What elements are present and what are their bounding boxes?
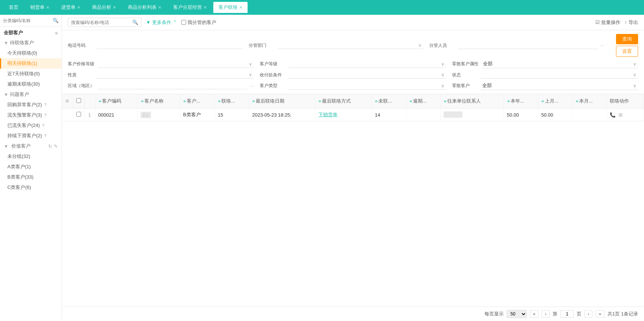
status-filter-field: 状态 ∨ xyxy=(452,71,638,79)
nav-product-analysis[interactable]: 商品分析 ✕ xyxy=(87,2,121,13)
checkbox-batch-icon: ☑ xyxy=(595,20,600,25)
page-number-input[interactable] xyxy=(560,310,574,318)
col-customer-name[interactable]: ≑客户名称 xyxy=(137,94,180,108)
all-customers-header[interactable]: 全部客户 « xyxy=(0,27,62,38)
dept-select[interactable]: ∨ xyxy=(277,42,424,49)
sidebar-item-overdue-contact[interactable]: 逾期未联络(30) xyxy=(0,79,62,89)
nav-customer-contact[interactable]: 客户联络 ✕ xyxy=(213,2,248,13)
sidebar-item-churned[interactable]: 已流失客户(24) ? xyxy=(0,120,62,131)
nav-purchase-order[interactable]: 进货单 ✕ xyxy=(56,2,85,13)
col-company-contact[interactable]: ≑往来单位联系人 xyxy=(440,94,504,108)
gender-select[interactable]: ∨ xyxy=(97,71,254,79)
group-problem-customers[interactable]: ▼ 问题客户 xyxy=(0,89,62,100)
row-contact-count-cell: 15 xyxy=(215,108,249,121)
customer-type-select[interactable]: ∨ xyxy=(288,82,446,90)
retail-customer-select[interactable]: 全部 ∨ xyxy=(481,82,638,90)
nav-sales-order[interactable]: 销货单 ✕ xyxy=(25,2,55,13)
row-checkbox[interactable] xyxy=(76,112,81,117)
row-checkbox-cell[interactable] xyxy=(73,108,84,121)
my-customers-checkbox[interactable]: 我分管的客户 xyxy=(181,19,216,26)
close-customer-tier-icon[interactable]: ✕ xyxy=(203,5,207,10)
table-footer: 每页显示 50 100 200 « ‹ 第 页 › » 共1页 1条记录 xyxy=(62,307,644,321)
col-not-contacted[interactable]: ≑未联... xyxy=(372,94,406,108)
action-more-icon[interactable]: ⊞ xyxy=(619,112,623,118)
arrow-pending-icon: ▼ xyxy=(4,40,8,46)
price-grade-select[interactable]: ∨ xyxy=(97,61,254,68)
batch-operation-button[interactable]: ☑ 批量操作 xyxy=(595,19,620,26)
col-this-year[interactable]: ≑本年... xyxy=(504,94,538,108)
sidebar-item-today-contact[interactable]: 今天待联络(0) xyxy=(0,48,62,58)
col-last-contact-method[interactable]: ≑最后联络方式 xyxy=(315,94,372,108)
prev-page-button[interactable]: ‹ xyxy=(542,310,550,318)
payment-select[interactable]: ∨ xyxy=(288,71,446,79)
retail-attr-select[interactable]: 全部 ∨ xyxy=(482,60,638,68)
group-value-customers[interactable]: ▼ 价值客户 ↻ ✎ xyxy=(0,141,62,151)
close-sales-order-icon[interactable]: ✕ xyxy=(46,5,49,10)
sidebar-item-tomorrow-contact[interactable]: 明天待联络(1) xyxy=(0,58,62,69)
search-input[interactable] xyxy=(71,20,131,25)
col-checkbox[interactable] xyxy=(73,94,84,108)
sidebar-item-week-contact[interactable]: 近7天待联络(0) xyxy=(0,69,62,79)
filter-icon: ▼ xyxy=(146,20,151,25)
col-customer-type[interactable]: ≑客户... xyxy=(180,94,215,108)
dept-label: 分管部门 xyxy=(249,42,274,49)
more-filter-button[interactable]: ▼ 更多条件 ⌃ xyxy=(146,19,177,26)
sidebar-search-icon[interactable]: 🔍 xyxy=(53,18,59,23)
close-product-analysis-icon[interactable]: ✕ xyxy=(113,5,116,10)
close-purchase-order-icon[interactable]: ✕ xyxy=(77,5,80,10)
settings-button[interactable]: 设置 xyxy=(616,46,638,57)
query-button[interactable]: 查询 xyxy=(616,34,638,44)
col-contact-count[interactable]: ≑联络... xyxy=(215,94,249,108)
per-page-select[interactable]: 50 100 200 xyxy=(507,310,527,318)
col-this-month[interactable]: ≑本月... xyxy=(573,94,607,108)
manager-input[interactable] xyxy=(458,42,598,49)
nav-home[interactable]: 首页 xyxy=(4,2,24,13)
row-type-cell: B类客户 xyxy=(180,108,215,121)
top-navigation: 首页 销货单 ✕ 进货单 ✕ 商品分析 ✕ 商品分析列表 ✕ 客户分层经营 ✕ … xyxy=(0,0,644,15)
region-filter-field: 区域（地区） ··· xyxy=(68,82,254,89)
first-page-button[interactable]: « xyxy=(530,310,539,318)
col-customer-code[interactable]: ≑客户编码 xyxy=(95,94,137,108)
sidebar-search-input[interactable] xyxy=(3,18,51,23)
next-page-button[interactable]: › xyxy=(584,310,592,318)
nav-customer-tier[interactable]: 客户分层经营 ✕ xyxy=(168,2,212,13)
sidebar-item-tier-b[interactable]: B类客户(33) xyxy=(0,172,62,182)
my-customers-check[interactable] xyxy=(181,20,186,25)
sort-name-icon: ≑ xyxy=(141,99,144,103)
sidebar-item-repurchase-abnormal[interactable]: 回购异常客户(2) ? xyxy=(0,100,62,110)
edit-value-icon[interactable]: ✎ xyxy=(54,144,58,149)
group-pending-contact[interactable]: ▼ 待联络客户 xyxy=(0,38,62,48)
customer-grade-select[interactable]: ∨ xyxy=(288,61,446,68)
refresh-value-icon[interactable]: ↻ xyxy=(48,144,52,149)
sidebar-item-tier-a[interactable]: A类客户(1) xyxy=(0,162,62,172)
sidebar-item-tier-c[interactable]: C类客户(6) xyxy=(0,182,62,193)
close-customer-contact-icon[interactable]: ✕ xyxy=(239,5,242,10)
close-product-analysis-list-icon[interactable]: ✕ xyxy=(158,5,161,10)
region-more-icon[interactable]: ··· xyxy=(250,83,254,89)
col-settings[interactable]: ⚙ xyxy=(62,94,73,108)
status-select[interactable]: ∨ xyxy=(481,71,638,79)
last-page-button[interactable]: » xyxy=(595,310,605,318)
search-bar-right: ☑ 批量操作 ↑ 导出 xyxy=(595,19,638,26)
last-method-link[interactable]: 下销货单 xyxy=(318,112,337,117)
search-magnifier-icon[interactable]: 🔍 xyxy=(132,20,138,25)
action-call-icon[interactable]: 📞 xyxy=(610,112,616,118)
sort-contact-icon: ≑ xyxy=(218,99,221,103)
col-last-month[interactable]: ≑上月... xyxy=(538,94,572,108)
collapse-sidebar-icon[interactable]: « xyxy=(55,30,58,36)
sidebar: 🔍 全部客户 « ▼ 待联络客户 今天待联络(0) 明天待联络(1) 近7天待联… xyxy=(0,15,62,321)
nav-product-analysis-list[interactable]: 商品分析列表 ✕ xyxy=(123,2,167,13)
phone-input[interactable] xyxy=(97,42,243,49)
region-input[interactable] xyxy=(97,82,247,89)
sidebar-item-churn-warning[interactable]: 流失预警客户(3) ? xyxy=(0,110,62,120)
sidebar-item-declining[interactable]: 持续下滑客户(2) ? xyxy=(0,131,62,141)
export-button[interactable]: ↑ 导出 xyxy=(625,19,638,26)
price-grade-filter-field: 客户价格等级 ∨ xyxy=(68,61,254,68)
select-all-checkbox[interactable] xyxy=(76,98,81,103)
gender-caret-icon: ∨ xyxy=(249,72,252,77)
col-overdue[interactable]: ≑逾期... xyxy=(406,94,440,108)
col-last-contact-date[interactable]: ≑最后联络日期 xyxy=(249,94,315,108)
manager-filter-field: 分管人员 ··· xyxy=(429,42,604,49)
manager-more-icon[interactable]: ··· xyxy=(601,43,604,48)
sidebar-item-ungrouped[interactable]: 未分组(32) xyxy=(0,151,62,162)
